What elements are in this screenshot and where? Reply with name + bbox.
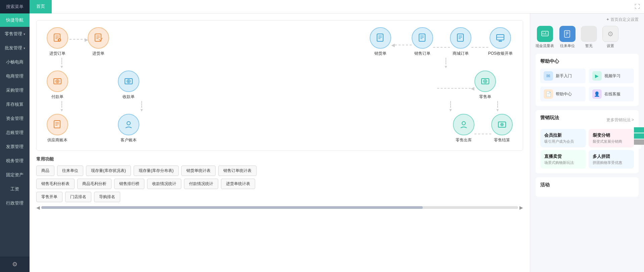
fission-title: 裂变分销 (593, 132, 630, 138)
flow-node-purchase[interactable]: 进货单 (88, 27, 109, 56)
scroll-right-icon[interactable]: ▶ (519, 205, 523, 210)
quick-icons-row: 现金流量表 往来单位 暂无 ⚙ 设置 (536, 26, 639, 48)
video-icon: ▶ (592, 71, 602, 81)
customize-link[interactable]: ✦ 首页自定义设置 (536, 17, 639, 22)
pos-label: POS收银开单 (488, 51, 513, 56)
beginner-icon: ✉ (544, 71, 553, 81)
func-btn-stock-dist[interactable]: 现存量(库存分布表) (134, 166, 179, 176)
func-btn-store-rank[interactable]: 门店排名 (65, 192, 91, 202)
flow-node-sales[interactable]: 销货单 (370, 27, 391, 56)
sales-label: 销货单 (374, 51, 386, 56)
marketing-card: 营销玩法 更多营销玩法 > 会员拉新 吸引用户成为会员 裂变分销 裂变式发展分销… (536, 110, 639, 173)
help-icon: 📄 (544, 89, 553, 99)
help-item-beginner[interactable]: ✉ 新手入门 (540, 69, 586, 83)
flow-node-customer-ledger[interactable]: 客户账本 (118, 114, 139, 143)
svg-rect-11 (377, 34, 383, 41)
scroll-left-icon[interactable]: ◀ (36, 205, 40, 210)
common-functions: 常用功能 商品 往来单位 现存量(库存状况表) 现存量(库存分布表) 销货单统计… (36, 156, 523, 202)
float-buttons: 客服热线 服务社区 桌面快捷 (634, 127, 644, 145)
help-item-help[interactable]: 📄 帮助中心 (540, 87, 586, 101)
flow-node-purchase-order[interactable]: 进货订单 (47, 27, 68, 56)
help-label: 帮助中心 (556, 91, 572, 97)
float-btn-desktop[interactable]: 桌面快捷 (634, 139, 644, 145)
none-label: 暂无 (585, 43, 593, 48)
arrow-right-1: ▶ (70, 39, 86, 56)
scrollbar[interactable] (41, 206, 518, 209)
func-btn-sales-order-stat[interactable]: 销售订单统计表 (218, 166, 257, 176)
flow-node-retail-out[interactable]: 零售出库 (453, 114, 474, 143)
sidebar-search[interactable]: 搜索菜单 (0, 0, 30, 13)
flow-node-supplier-ledger[interactable]: 供应商账本 (47, 114, 68, 143)
content-area: 进货订单 ▶ 进货单 (30, 13, 644, 272)
expand-icon[interactable]: ⛶ (631, 4, 644, 10)
sidebar-item-retail[interactable]: 零售管理 ▾ (0, 27, 30, 41)
svg-rect-25 (499, 41, 502, 42)
func-btn-purchase-stat[interactable]: 进货单统计表 (221, 179, 255, 189)
func-btn-sales-stat[interactable]: 销货单统计表 (181, 166, 216, 176)
quick-icon-contacts[interactable]: 往来单位 (559, 26, 576, 48)
func-btn-guide-rank[interactable]: 导购排名 (94, 192, 120, 202)
sidebar-item-wholesale[interactable]: 批发管理 ▾ (0, 41, 30, 55)
help-center-card: 帮助中心 ✉ 新手入门 ▶ 视频学习 📄 帮助中心 👤 (536, 54, 639, 106)
float-btn-community[interactable]: 服务社区 (634, 133, 644, 139)
svg-rect-19 (457, 34, 463, 41)
sidebar-item-ecommerce[interactable]: 小畅电商 (0, 55, 30, 69)
workflow-panel: 进货订单 ▶ 进货单 (30, 13, 530, 272)
retail-icon (474, 71, 496, 92)
flow-node-mall-order[interactable]: 商城订单 (450, 27, 471, 56)
contacts-icon (559, 26, 576, 42)
quick-icon-settings[interactable]: ⚙ 设置 (602, 26, 618, 48)
purchase-order-label: 进货订单 (49, 51, 65, 56)
func-btn-goods-gross[interactable]: 商品毛利分析 (77, 179, 111, 189)
func-btn-sales-rank[interactable]: 销售排行榜 (114, 179, 144, 189)
member-title: 会员拉新 (544, 132, 582, 138)
func-btn-contacts[interactable]: 往来单位 (57, 166, 83, 176)
flow-node-retail[interactable]: 零售单 (474, 71, 496, 100)
gear-icon[interactable]: ⚙ (12, 261, 17, 268)
flow-node-pos[interactable]: POS收银开单 (488, 27, 513, 56)
flow-diagram: 进货订单 ▶ 进货单 (36, 20, 523, 151)
sidebar-item-inventory[interactable]: 库存核算 (0, 97, 30, 111)
func-btn-stock-status[interactable]: 现存量(库存状况表) (86, 166, 131, 176)
customer-ledger-icon (118, 114, 139, 135)
flow-node-retail-settle[interactable]: 零售结算 (491, 114, 513, 143)
service-icon: 👤 (592, 89, 602, 99)
flow-node-payment[interactable]: 付款单 (47, 71, 68, 100)
func-btn-payment-stat[interactable]: 付款情况统计 (184, 179, 218, 189)
func-btn-retail-order[interactable]: 零售开单 (36, 192, 62, 202)
supplier-ledger-label: 供应商账本 (47, 137, 67, 143)
flow-node-sales-order[interactable]: 销售订单 (412, 27, 433, 56)
sidebar-item-salary[interactable]: 工资 (0, 182, 30, 196)
tab-home[interactable]: 首页 (30, 0, 52, 13)
help-item-service[interactable]: 👤 在线客服 (589, 87, 634, 101)
flow-node-receipt[interactable]: 收款单 (118, 71, 139, 100)
svg-rect-15 (419, 34, 425, 41)
marketing-item-fission[interactable]: 裂变分销 裂变式发展分销商 (589, 129, 634, 147)
marketing-item-live[interactable]: 直播卖货 场景式购物新玩法 (540, 150, 586, 169)
mall-order-icon (450, 27, 471, 49)
sidebar-item-admin[interactable]: 行政管理 (0, 196, 30, 210)
sidebar-item-invoice[interactable]: 发票管理 (0, 140, 30, 154)
sidebar-item-ecom-mgmt[interactable]: 电商管理 (0, 69, 30, 83)
help-item-video[interactable]: ▶ 视频学习 (589, 69, 634, 83)
sidebar-item-ledger[interactable]: 总账管理 (0, 126, 30, 140)
svg-rect-38 (54, 121, 60, 128)
func-btn-receipt-stat[interactable]: 收款情况统计 (147, 179, 181, 189)
retail-out-label: 零售出库 (456, 137, 472, 143)
sidebar-item-tax[interactable]: 税务管理 (0, 154, 30, 168)
quick-icon-cashflow[interactable]: 现金流量表 (536, 26, 554, 48)
sidebar-item-purchase[interactable]: 采购管理 (0, 83, 30, 97)
marketing-item-member[interactable]: 会员拉新 吸引用户成为会员 (540, 129, 586, 147)
group-title: 多人拼团 (593, 153, 630, 160)
marketing-item-group[interactable]: 多人拼团 拼团购物享受优惠 (589, 150, 634, 169)
chevron-down-icon: ▾ (24, 46, 25, 50)
func-btn-goods[interactable]: 商品 (36, 166, 54, 176)
float-btn-service[interactable]: 客服热线 (634, 127, 644, 133)
func-btn-sales-gross[interactable]: 销售毛利分析表 (36, 179, 75, 189)
group-subtitle: 拼团购物享受优惠 (593, 160, 630, 165)
sidebar-item-finance[interactable]: 资金管理 (0, 111, 30, 126)
tabbar: 首页 ⛶ (30, 0, 644, 13)
sidebar-item-assets[interactable]: 固定资产 (0, 168, 30, 182)
marketing-more-link[interactable]: 更多营销玩法 > (606, 117, 634, 123)
help-center-title: 帮助中心 (540, 58, 634, 64)
